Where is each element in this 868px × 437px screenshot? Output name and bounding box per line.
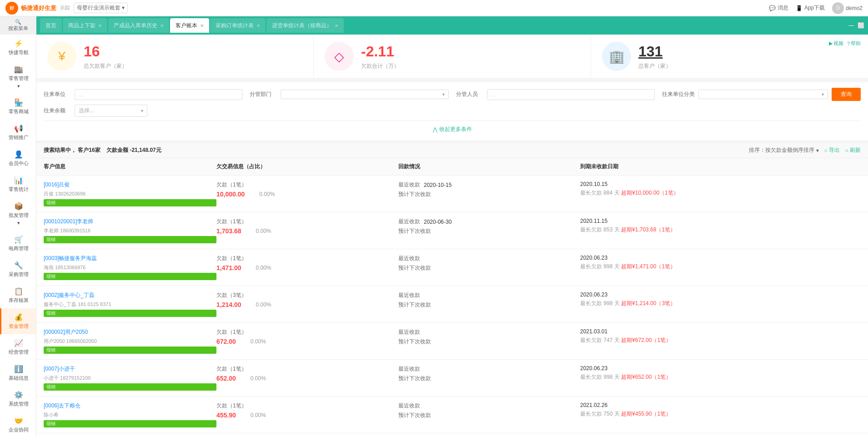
dept-label: 分管部门 (250, 90, 277, 98)
tab-customer-account[interactable]: 客户账本 ✕ (170, 18, 209, 33)
sidebar-item-ecom[interactable]: 🛒 电商管理 (0, 231, 36, 256)
overdue-link-5[interactable]: 超期¥652.00（1笔） (621, 374, 671, 380)
debt-label-0: 欠款（1笔） (216, 181, 398, 189)
debt-customers-label: 总欠款客户（家） (84, 62, 127, 70)
sort-label: 排序：按欠款金额倒序排序 (749, 146, 814, 154)
sidebar-item-operations[interactable]: 📈 经营管理 (0, 334, 36, 360)
dept-select[interactable]: ▾ (281, 90, 448, 99)
tab-home[interactable]: 首页 (40, 18, 62, 33)
overdue-link-1[interactable]: 超期¥1,703.68（1笔） (621, 226, 676, 233)
debt-percent-3: 0.00% (256, 301, 271, 308)
table-header: 客户信息 欠交易信息（占比） 回款情况 到期未收款日期 (36, 158, 868, 176)
customer-name-0[interactable]: [0016]吕俊 (44, 181, 216, 189)
unit-category-select[interactable]: ▾ (698, 90, 828, 99)
return-info-5: 最近收款 预计下次收款 (398, 365, 580, 382)
balance-select[interactable]: 选择... ▾ (75, 105, 147, 117)
sidebar-item-inventory[interactable]: 📋 库存核算 (0, 282, 36, 308)
sidebar-item-retail-mgmt[interactable]: 🏬 零售管理 ▾ (0, 60, 36, 94)
help-link[interactable]: ? 帮助 (847, 40, 861, 47)
table-row: [0001020001]李老师 李老师 18600391516 现销 欠款（1笔… (36, 212, 868, 249)
tab-product-shelf[interactable]: 商品上下架 ✕ (63, 18, 107, 33)
customer-phone-4: 用户2050 18665062050 (44, 338, 216, 345)
user-avatar[interactable]: D demo2 (832, 2, 863, 14)
debt-info-0: 欠款（1笔） 10,000.00 0.00% (216, 181, 398, 198)
person-input[interactable]: ... (487, 89, 655, 100)
minimize-icon[interactable]: — (848, 22, 854, 29)
customer-tag-1: 现销 (44, 236, 216, 243)
customer-name-6[interactable]: [0006]去下粮仓 (44, 402, 216, 410)
sort-select[interactable]: 排序：按欠款金额倒序排序 ▾ (749, 146, 819, 154)
store-selector[interactable]: 母婴行业演示账套 ▾ (74, 3, 128, 13)
sidebar-item-marketing[interactable]: 📢 营销推广 (0, 120, 36, 146)
video-link[interactable]: ▶ 视频 (829, 40, 843, 47)
close-tab-import-stats[interactable]: ✕ (335, 23, 338, 28)
dept-filter: 分管部门 ▾ (250, 90, 448, 99)
sidebar-item-nav[interactable]: ⚡ 快捷导航 (0, 35, 36, 60)
balance-label: 往来余额 (44, 107, 71, 115)
debt-label-2: 欠款（1笔） (216, 255, 398, 262)
message-button[interactable]: 💬 消息 (769, 4, 788, 12)
search-button[interactable]: 查询 (832, 88, 861, 101)
table-row: [0006]去下粮仓 陈小希 现销 欠款（1笔） 455.90 0.00% (36, 397, 868, 433)
retail-stats-icon: 📊 (14, 176, 23, 185)
due-date-1: 2020.11.15 (580, 218, 861, 224)
refresh-icon: ○ (845, 147, 848, 154)
sidebar-item-enterprise[interactable]: 🤝 企业协同 (0, 412, 36, 437)
sidebar-item-retail-store[interactable]: 🏪 零售商城 (0, 94, 36, 120)
customer-name-2[interactable]: [0003]畅捷服务尹海蕊 (44, 255, 216, 262)
debt-amount-label: 欠款合计（万） (361, 62, 399, 70)
due-info-3: 2020.06.23 最长欠款 998 天 超期¥1,214.00（3笔） (580, 291, 861, 307)
sidebar-item-capital[interactable]: 💰 资金管理 (0, 308, 36, 334)
debt-label-5: 欠款（1笔） (216, 365, 398, 373)
stat-debt-customers: ¥ 16 总欠款客户（家） (36, 35, 314, 78)
sidebar-item-retail-stats[interactable]: 📊 零售统计 (0, 171, 36, 197)
due-date-5: 2020.06.23 (580, 365, 861, 372)
avatar-icon: D (832, 2, 844, 14)
collapse-button[interactable]: ⋀ 收起更多条件 (44, 124, 861, 135)
customer-tag-6: 现销 (44, 420, 216, 427)
tab-product-history[interactable]: 产成品入库单历史 ✕ (108, 18, 169, 33)
search-menu-button[interactable]: 🔍 搜索菜单 (0, 16, 36, 35)
sidebar-item-member[interactable]: 👤 会员中心 (0, 146, 36, 171)
close-tab-customer-account[interactable]: ✕ (200, 23, 204, 28)
customer-tag-2: 现销 (44, 273, 216, 280)
due-overdue-1: 最长欠款 853 天 超期¥1,703.68（1笔） (580, 226, 861, 234)
close-tab-purchase-order[interactable]: ✕ (256, 23, 260, 28)
debt-value-5: 652.00 (216, 375, 236, 382)
customer-name-4[interactable]: [000002]用户2050 (44, 328, 216, 336)
customer-name-5[interactable]: [0007]小进干 (44, 365, 216, 373)
sidebar-item-basic-info[interactable]: ℹ️ 基础信息 (0, 360, 36, 386)
overdue-link-4[interactable]: 超期¥672.00（1笔） (621, 337, 671, 343)
overdue-link-0[interactable]: 超期¥10,000.00（1笔） (621, 190, 679, 196)
overdue-link-3[interactable]: 超期¥1,214.00（3笔） (621, 300, 676, 306)
export-button[interactable]: ○ 导出 (824, 146, 840, 154)
overdue-link-6[interactable]: 超期¥455.90（1笔） (621, 411, 671, 417)
customer-name-1[interactable]: [0001020001]李老师 (44, 218, 216, 226)
overdue-link-2[interactable]: 超期¥1,471.00（1笔） (621, 263, 676, 270)
content-area: 首页 商品上下架 ✕ 产成品入库单历史 ✕ 客户账本 ✕ 采购订单统计表 ✕ (36, 16, 868, 437)
due-overdue-0: 最长欠款 884 天 超期¥10,000.00（1笔） (580, 189, 861, 197)
col-due-date: 到期未收款日期 (580, 163, 861, 171)
sidebar-item-system[interactable]: ⚙️ 系统管理 (0, 386, 36, 412)
next-payment-label-0: 预计下次收款 (398, 191, 431, 198)
tab-import-stats[interactable]: 进货单统计表（按商品） ✕ (266, 18, 344, 33)
close-tab-product-history[interactable]: ✕ (160, 23, 164, 28)
refresh-button[interactable]: ○ 刷新 (845, 146, 861, 154)
page-content: ¥ 16 总欠款客户（家） ◇ -2.11 欠款合计（万） (36, 35, 868, 437)
next-payment-label-1: 预计下次收款 (398, 227, 431, 235)
source-unit-input[interactable]: ... (75, 89, 242, 100)
customer-tag-0: 现销 (44, 199, 216, 206)
data-table: 客户信息 欠交易信息（占比） 回款情况 到期未收款日期 [0016]吕俊 吕俊 … (36, 158, 868, 437)
collapse-row: ⋀ 收起更多条件 (44, 121, 861, 135)
customer-phone-1: 李老师 18600391516 (44, 227, 216, 234)
col-return-info: 回款情况 (398, 163, 580, 171)
maximize-icon[interactable]: ⬜ (858, 22, 864, 29)
app-download-button[interactable]: 📱 App下载 (796, 4, 825, 12)
enterprise-icon: 🤝 (14, 417, 23, 425)
due-date-6: 2021.02.26 (580, 402, 861, 408)
tab-purchase-order[interactable]: 采购订单统计表 ✕ (210, 18, 266, 33)
close-tab-product-shelf[interactable]: ✕ (98, 23, 102, 28)
sidebar-item-purchase[interactable]: 🔧 采购管理 (0, 256, 36, 282)
customer-name-3[interactable]: [0002]服务中心_丁磊 (44, 291, 216, 299)
sidebar-item-batch-mgmt[interactable]: 📦 批发管理 ▾ (0, 197, 36, 231)
